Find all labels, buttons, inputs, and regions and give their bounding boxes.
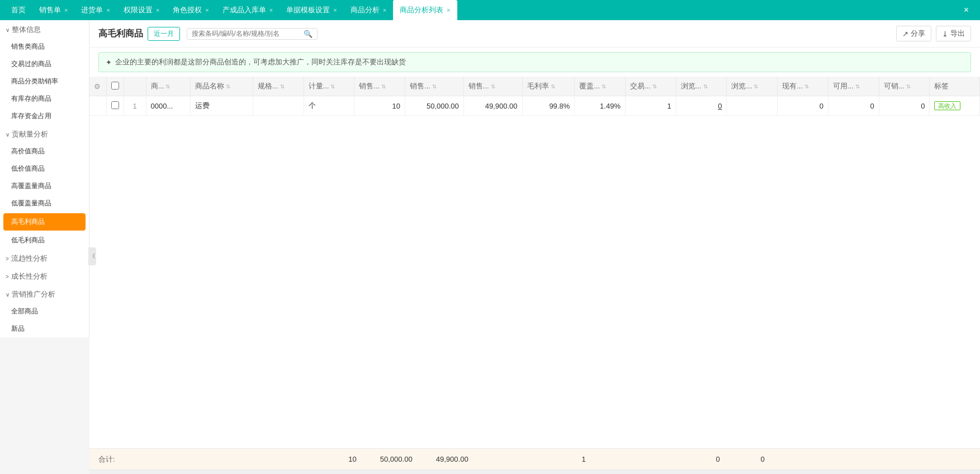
nav-close-产成品入库单[interactable]: × (269, 7, 273, 13)
footer-cell (473, 455, 512, 463)
col-header-6[interactable]: 计量...⇅ (304, 77, 354, 96)
footer-cell (283, 455, 328, 463)
col-header-4[interactable]: 商品名称⇅ (190, 77, 253, 96)
footer-cell: 0 (680, 455, 725, 463)
sidebar-item-低毛利商品[interactable]: 低毛利商品 (0, 232, 89, 249)
table-container: ⚙商...⇅商品名称⇅规格...⇅计量...⇅销售...⇅销售...⇅销售...… (89, 77, 980, 448)
col-header-10[interactable]: 毛利率⇅ (522, 77, 575, 96)
sidebar-section-成长性分析[interactable]: >成长性分析 (0, 267, 89, 285)
nav-item-首页[interactable]: 首页 (4, 0, 32, 20)
table-row: 10000...运费个1050,000.0049,900.0099.8%1.49… (89, 96, 980, 116)
sidebar-item-高价值商品[interactable]: 高价值商品 (0, 143, 89, 160)
nav-item-商品分析[interactable]: 商品分析× (344, 0, 393, 20)
page-title: 高毛利商品 (98, 28, 143, 40)
nav-item-单据模板设置[interactable]: 单据模板设置× (280, 0, 343, 20)
col-header-14[interactable]: 浏览...⇅ (727, 77, 778, 96)
section-arrow: > (6, 256, 9, 262)
col-header-13[interactable]: 浏览...⇅ (676, 77, 727, 96)
nav-close-进货单[interactable]: × (106, 7, 110, 13)
bottom-scrollbar[interactable] (89, 470, 980, 474)
search-icon[interactable]: 🔍 (304, 30, 313, 38)
sidebar-section-营销推广分析[interactable]: ∨营销推广分析 (0, 285, 89, 303)
col-header-1 (106, 77, 124, 96)
section-label: 整体信息 (12, 25, 41, 35)
sidebar-item-低覆盖量商品[interactable]: 低覆盖量商品 (0, 195, 89, 212)
tag-badge: 高收入 (934, 101, 960, 110)
nav-item-销售单[interactable]: 销售单× (32, 0, 74, 20)
footer-cell: 10 (328, 455, 361, 463)
select-all-checkbox[interactable] (111, 82, 119, 90)
nav-close-角色授权[interactable]: × (205, 7, 209, 13)
settings-icon[interactable]: ⚙ (94, 82, 101, 91)
nav-close-商品分析[interactable]: × (383, 7, 386, 13)
footer-cell: 1 (557, 455, 590, 463)
section-label: 成长性分析 (11, 271, 48, 281)
footer-cell (216, 455, 283, 463)
sidebar-item-全部商品[interactable]: 全部商品 (0, 303, 89, 320)
nav-close-单据模板设置[interactable]: × (333, 7, 337, 13)
share-icon: ↗ (902, 30, 908, 38)
section-arrow: > (6, 274, 9, 280)
sidebar-section-贡献量分析[interactable]: ∨贡献量分析 (0, 125, 89, 143)
col-header-7[interactable]: 销售...⇅ (354, 77, 405, 96)
share-button[interactable]: ↗ 分享 (896, 26, 931, 41)
nav-item-产成品入库单[interactable]: 产成品入库单× (216, 0, 280, 20)
col-header-17[interactable]: 可销...⇅ (879, 77, 930, 96)
data-table: ⚙商...⇅商品名称⇅规格...⇅计量...⇅销售...⇅销售...⇅销售...… (89, 77, 980, 116)
col-header-8[interactable]: 销售...⇅ (405, 77, 464, 96)
sidebar-item-交易过的商品[interactable]: 交易过的商品 (0, 55, 89, 73)
sidebar-section-流趋性分析[interactable]: >流趋性分析 (0, 249, 89, 267)
row-checkbox[interactable] (111, 101, 119, 109)
nav-close-权限设置[interactable]: × (156, 7, 159, 13)
footer-cell: 0 (725, 455, 769, 463)
section-arrow: ∨ (6, 132, 10, 138)
table-footer: 合计: 1050,000.0049,900.00100 (89, 448, 980, 470)
col-header-5[interactable]: 规格...⇅ (253, 77, 304, 96)
footer-cell: 50,000.00 (361, 455, 417, 463)
col-header-16[interactable]: 可用...⇅ (828, 77, 879, 96)
top-nav: 首页销售单×进货单×权限设置×角色授权×产成品入库单×单据模板设置×商品分析×商… (0, 0, 980, 20)
footer-cell (635, 455, 680, 463)
col-header-12[interactable]: 交易...⇅ (625, 77, 676, 96)
sidebar-item-新品[interactable]: 新品 (0, 320, 89, 337)
sidebar-collapse-button[interactable]: 《 (88, 247, 96, 265)
close-window-button[interactable]: × (957, 5, 976, 15)
nav-close-销售单[interactable]: × (64, 7, 68, 13)
nav-item-权限设置[interactable]: 权限设置× (117, 0, 166, 20)
col-header-3[interactable]: 商...⇅ (146, 77, 190, 96)
col-header-0: ⚙ (89, 77, 106, 96)
sidebar-item-低价值商品[interactable]: 低价值商品 (0, 160, 89, 177)
footer-cell (590, 455, 635, 463)
sidebar-item-高毛利商品[interactable]: 高毛利商品 (3, 213, 86, 231)
col-header-18: 标签 (930, 77, 980, 96)
sidebar-item-有库存的商品[interactable]: 有库存的商品 (0, 90, 89, 107)
info-banner: ✦ 企业的主要的利润都是这部分商品创造的，可考虑加大推广，同时关注库存是不要出现… (98, 52, 971, 72)
col-header-9[interactable]: 销售...⇅ (463, 77, 522, 96)
col-header-2 (124, 77, 146, 96)
content-area: 高毛利商品 近一月 🔍 ↗ 分享 ⤓ 导出 ✦ 企业的主要的利润都是这部分商品创… (89, 20, 980, 474)
search-input[interactable] (192, 30, 304, 37)
section-arrow: ∨ (6, 292, 10, 298)
section-label: 营销推广分析 (12, 289, 55, 299)
sidebar-section-整体信息[interactable]: ∨整体信息 (0, 20, 89, 38)
sidebar-item-库存资金占用[interactable]: 库存资金占用 (0, 107, 89, 125)
sidebar-item-高覆盖量商品[interactable]: 高覆盖量商品 (0, 177, 89, 195)
section-label: 贡献量分析 (12, 129, 48, 139)
search-box: 🔍 (187, 28, 318, 40)
sidebar-item-商品分类助销率[interactable]: 商品分类助销率 (0, 73, 89, 90)
nav-close-商品分析列表[interactable]: × (447, 7, 450, 13)
nav-item-进货单[interactable]: 进货单× (74, 0, 116, 20)
info-icon: ✦ (106, 58, 112, 67)
content-header: 高毛利商品 近一月 🔍 ↗ 分享 ⤓ 导出 (89, 20, 980, 48)
nav-item-角色授权[interactable]: 角色授权× (166, 0, 215, 20)
col-header-15[interactable]: 现有...⇅ (778, 77, 828, 96)
section-label: 流趋性分析 (11, 254, 48, 264)
nav-item-商品分析列表[interactable]: 商品分析列表× (393, 0, 457, 20)
section-arrow: ∨ (6, 27, 10, 33)
period-button[interactable]: 近一月 (148, 27, 180, 41)
sidebar-item-销售类商品[interactable]: 销售类商品 (0, 38, 89, 55)
sidebar: ∨整体信息销售类商品交易过的商品商品分类助销率有库存的商品库存资金占用∨贡献量分… (0, 20, 89, 337)
info-text: 企业的主要的利润都是这部分商品创造的，可考虑加大推广，同时关注库存是不要出现缺货 (115, 57, 406, 67)
export-button[interactable]: ⤓ 导出 (936, 26, 971, 41)
col-header-11[interactable]: 覆盖...⇅ (575, 77, 626, 96)
